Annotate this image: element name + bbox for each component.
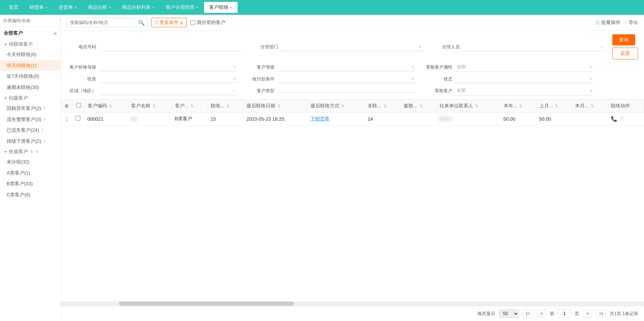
region-select[interactable]: ···: [99, 87, 238, 95]
col-last-method[interactable]: 最后联络方式 ⇅: [307, 100, 365, 113]
nav-goods-analysis-list[interactable]: 商品分析列表 ×: [117, 2, 160, 13]
manager-dots[interactable]: ···: [600, 44, 603, 49]
info-icon-3[interactable]: ?: [43, 139, 45, 144]
sidebar-item-lost[interactable]: 已流失客户(24) ?: [0, 125, 60, 136]
prev-page-button[interactable]: <: [537, 310, 546, 318]
filter-row-2: 客户价格等级 ∨ 客户等级 ∨ 零散客户属性: [67, 62, 638, 72]
col-name[interactable]: 客户名称 ⇅: [128, 100, 172, 113]
col-action: 联络动作: [608, 100, 644, 113]
region-dots[interactable]: ···: [232, 88, 236, 93]
customer-table: ⚙ 客户编码 ⇅ 客户名称 ⇅ 客户...: [61, 100, 644, 125]
col-checkbox[interactable]: [73, 100, 84, 113]
sort-icon-contact: ⇅: [226, 104, 230, 108]
status-select[interactable]: ∨: [455, 75, 594, 83]
customer-type-select[interactable]: [277, 89, 416, 93]
payment-field: 收付款条件 ∨: [245, 75, 416, 83]
my-customers-checkbox[interactable]: [190, 20, 195, 25]
col-contact-person[interactable]: 往来单位联系人 ⇅: [436, 100, 500, 113]
horizontal-scrollbar[interactable]: [61, 301, 644, 306]
tri-icon3: ▼: [4, 150, 7, 154]
per-page-select[interactable]: 50 100 200: [499, 309, 519, 318]
col-contact[interactable]: 联络... ⇅: [208, 100, 244, 113]
sidebar: 🔍 全部客户 « ▼ 待联络客户 今天待联络(0) 明天待联络(1) 近7天待联…: [0, 15, 61, 321]
scrollbar-thumb[interactable]: [119, 301, 294, 306]
sidebar-item-tomorrow[interactable]: 明天待联络(1): [0, 60, 60, 71]
sidebar-search-input[interactable]: [3, 18, 58, 23]
sidebar-item-overdue[interactable]: 逾期未联络(30): [0, 82, 60, 93]
sidebar-item-b[interactable]: B类客户(33): [0, 178, 60, 189]
nav-sales[interactable]: 销货单 ×: [24, 2, 53, 13]
row-checkbox[interactable]: [73, 113, 84, 125]
sidebar-item-lostwarning[interactable]: 流失预警客户(3) ?: [0, 114, 60, 125]
select-all-checkbox[interactable]: [76, 103, 81, 108]
sidebar-search-area: 🔍: [0, 15, 60, 27]
filter-row-3: 性质 ∨ 收付款条件 ∨ 状态: [67, 75, 638, 83]
phone-input[interactable]: [99, 43, 241, 51]
set-button[interactable]: 设置: [612, 48, 638, 59]
col-this-year[interactable]: 本年... ⇅: [500, 100, 536, 113]
nav-customer-contact-close[interactable]: ×: [230, 5, 232, 10]
price-level-select[interactable]: ∨: [99, 63, 238, 71]
customer-level-select[interactable]: ∨: [277, 63, 416, 71]
sidebar-all-customers[interactable]: 全部客户 «: [0, 27, 60, 39]
row-select-checkbox[interactable]: [76, 116, 80, 121]
col-type[interactable]: 客户... ⇅: [172, 100, 207, 113]
nav-customer-tier-close[interactable]: ×: [196, 5, 198, 10]
query-button[interactable]: 查询: [612, 34, 635, 45]
nav-purchase-close[interactable]: ×: [74, 5, 77, 10]
customer-level-label: 客户等级: [245, 64, 274, 70]
refresh-icon[interactable]: ↻: [30, 149, 34, 154]
col-last-month[interactable]: 上月... ⇅: [536, 100, 572, 113]
page-input[interactable]: [558, 310, 571, 318]
col-overdue[interactable]: 逾期... ⇅: [400, 100, 436, 113]
batch-op-button[interactable]: ☑ 批量操作: [595, 19, 620, 26]
action-more-icon[interactable]: ⠿: [620, 116, 624, 122]
search-box: 🔍: [67, 18, 148, 27]
nav-sales-close[interactable]: ×: [45, 5, 48, 10]
retail-attr-select[interactable]: 全部 ∨: [455, 62, 594, 72]
page-label: 第: [550, 311, 554, 317]
retail-customer-select[interactable]: 全部 ∨: [455, 86, 594, 96]
nav-goods-list-close[interactable]: ×: [152, 5, 154, 10]
col-this-month[interactable]: 本月... ⇅: [572, 100, 608, 113]
sidebar-item-abnormal[interactable]: 回购异常客户(2) ?: [0, 103, 60, 114]
my-customers-filter[interactable]: 我分管的客户: [190, 19, 225, 26]
sidebar-item-today[interactable]: 今天待联络(0): [0, 49, 60, 60]
manager-select[interactable]: ···: [463, 43, 605, 51]
sidebar-item-week[interactable]: 近7天待联络(0): [0, 71, 60, 82]
nav-goods-analysis[interactable]: 商品分析 ×: [83, 2, 116, 13]
dept-chevron: ∨: [419, 44, 421, 49]
first-page-button[interactable]: |<: [523, 310, 533, 318]
col-last-date[interactable]: 最后联络日期 ⇅: [244, 100, 308, 113]
next-page-button[interactable]: >: [583, 310, 592, 318]
sidebar-value-group: ▼ 价值客户 ↻ ✎: [0, 146, 60, 156]
nav-customer-tier[interactable]: 客户分层经营 ×: [161, 2, 203, 13]
sidebar-item-ungroup[interactable]: 未分组(32): [0, 156, 60, 168]
sidebar-item-c[interactable]: C类客户(6): [0, 189, 60, 200]
edit-icon[interactable]: ✎: [36, 149, 39, 154]
dept-select[interactable]: ∨: [281, 43, 423, 51]
action-phone-icon[interactable]: 📞: [611, 116, 617, 122]
info-icon-0[interactable]: ?: [43, 106, 45, 111]
last-page-button[interactable]: >|: [596, 310, 606, 318]
main-search-input[interactable]: [70, 20, 136, 25]
sidebar-collapse-icon[interactable]: «: [54, 30, 57, 36]
col-uncontacted[interactable]: 未联... ⇅: [365, 100, 400, 113]
export-button[interactable]: ↑ 导出: [625, 19, 638, 26]
gender-select[interactable]: ∨: [99, 75, 238, 83]
col-code[interactable]: 客户编码 ⇅: [84, 100, 128, 113]
more-conditions-button[interactable]: ▽ 更多条件 ∧: [151, 18, 187, 27]
price-level-label: 客户价格等级: [67, 64, 96, 70]
sort-icon-method: ⇅: [341, 104, 344, 108]
info-icon-1[interactable]: ?: [43, 117, 45, 122]
payment-select[interactable]: ∨: [277, 75, 416, 83]
sidebar-item-declining[interactable]: 持续下滑客户(2) ?: [0, 136, 60, 147]
col-settings[interactable]: ⚙: [61, 100, 73, 113]
info-icon-2[interactable]: ?: [41, 128, 43, 132]
sidebar-item-a[interactable]: A类客户(1): [0, 168, 60, 179]
nav-home[interactable]: 首页: [4, 2, 24, 13]
nav-purchase[interactable]: 进货单 ×: [53, 2, 82, 13]
main-search-icon[interactable]: 🔍: [138, 20, 144, 25]
nav-customer-contact[interactable]: 客户联络 ×: [204, 2, 237, 13]
nav-goods-analysis-close[interactable]: ×: [109, 5, 111, 10]
